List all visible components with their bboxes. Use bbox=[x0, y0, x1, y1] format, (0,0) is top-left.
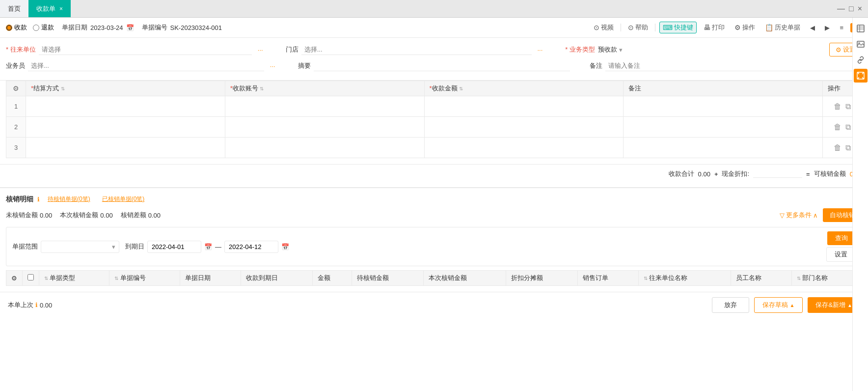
tab-home[interactable]: 首页 bbox=[0, 0, 28, 17]
nav-next-icon: ▶ bbox=[825, 24, 830, 31]
account-input-2[interactable] bbox=[230, 123, 419, 131]
row-3-settlement[interactable] bbox=[26, 138, 225, 158]
amount-input-2[interactable] bbox=[430, 123, 619, 131]
layout-btn[interactable]: ≡ bbox=[837, 23, 846, 32]
row-2-account[interactable] bbox=[225, 117, 424, 138]
summary-field: 摘要 bbox=[298, 60, 570, 71]
nav-next-btn[interactable]: ▶ bbox=[822, 23, 833, 32]
settlement-input-2[interactable] bbox=[31, 123, 220, 131]
filter-buttons: 查询 设置 bbox=[826, 231, 856, 262]
help-btn[interactable]: ⊙ 帮助 bbox=[625, 22, 651, 33]
sort-counterpart[interactable]: ⇅ bbox=[644, 276, 648, 281]
store-more-icon[interactable]: ··· bbox=[535, 46, 546, 54]
delete-icon-2[interactable]: 🗑 bbox=[834, 123, 841, 132]
copy-icon-2[interactable]: ⧉ bbox=[845, 123, 851, 132]
sort-icon[interactable]: ⇅ bbox=[61, 86, 65, 91]
sort-doc-type[interactable]: ⇅ bbox=[44, 276, 48, 281]
row-3-account[interactable] bbox=[225, 138, 424, 158]
account-input-1[interactable] bbox=[230, 103, 419, 110]
history-btn[interactable]: 📋 历史单据 bbox=[762, 22, 803, 33]
tab-receipt[interactable]: 收款单 × bbox=[28, 0, 71, 17]
calendar-to-icon[interactable]: 📅 bbox=[281, 243, 289, 251]
sort-dept[interactable]: ⇅ bbox=[797, 276, 801, 281]
more-conditions-btn[interactable]: ▽ 更多条件 ∧ bbox=[780, 211, 818, 220]
main-content: 收款 退款 单据日期 2023-03-24 📅 单据编号 SK-20230324… bbox=[0, 18, 868, 391]
th-gear[interactable]: ⚙ bbox=[6, 81, 26, 96]
save-new-arrow: ▲ bbox=[847, 303, 852, 308]
store-input[interactable] bbox=[301, 44, 532, 55]
date-to-input[interactable] bbox=[224, 241, 278, 253]
shortcut-btn[interactable]: ⌨ 快捷键 bbox=[659, 22, 697, 33]
chevron-down-icon[interactable]: ▾ bbox=[619, 46, 623, 54]
remarks-input-1[interactable] bbox=[628, 103, 817, 110]
delete-icon-1[interactable]: 🗑 bbox=[834, 102, 841, 111]
discount-input[interactable] bbox=[753, 170, 802, 178]
verify-info-icon[interactable]: ℹ bbox=[37, 196, 40, 203]
pending-tab[interactable]: 待核销单据(0笔) bbox=[44, 194, 94, 204]
print-btn[interactable]: 🖶 打印 bbox=[701, 22, 728, 33]
delete-icon-3[interactable]: 🗑 bbox=[834, 143, 841, 152]
calendar-from-icon[interactable]: 📅 bbox=[204, 243, 212, 251]
tab-close-icon[interactable]: × bbox=[59, 5, 63, 12]
sidebar-image-icon[interactable] bbox=[854, 37, 868, 51]
settlement-input-1[interactable] bbox=[31, 103, 220, 110]
video-btn[interactable]: ⊙ 视频 bbox=[591, 22, 617, 33]
uncancelled-value: 0.00 bbox=[40, 212, 52, 219]
maximize-icon[interactable]: □ bbox=[849, 4, 854, 13]
row-1-settlement[interactable] bbox=[26, 96, 225, 117]
refund-radio[interactable]: 退款 bbox=[33, 23, 54, 32]
row-num-3: 3 bbox=[6, 138, 26, 158]
receipt-radio[interactable]: 收款 bbox=[6, 23, 27, 32]
copy-icon-1[interactable]: ⧉ bbox=[845, 102, 851, 111]
sidebar-table-icon[interactable] bbox=[854, 22, 868, 35]
nav-prev-btn[interactable]: ◀ bbox=[807, 23, 818, 32]
sort-icon-2[interactable]: ⇅ bbox=[260, 86, 264, 91]
per-unit-info-icon[interactable]: ℹ bbox=[35, 302, 38, 308]
sidebar-link-icon[interactable] bbox=[854, 53, 868, 67]
row-1-amount[interactable] bbox=[424, 96, 624, 117]
filter-settings-button[interactable]: 设置 bbox=[826, 247, 856, 262]
row-2-remarks[interactable] bbox=[624, 117, 823, 138]
date-from-input[interactable] bbox=[147, 241, 201, 253]
sort-doc-num[interactable]: ⇅ bbox=[114, 276, 118, 281]
equals-sign: = bbox=[806, 170, 810, 178]
sales-rep-input[interactable] bbox=[28, 60, 264, 71]
counterpart-input[interactable] bbox=[39, 44, 252, 55]
query-button[interactable]: 查询 bbox=[827, 231, 856, 245]
history-label: 历史单据 bbox=[775, 23, 800, 32]
range-field: 单据范围 bbox=[12, 241, 119, 253]
counterpart-more-icon[interactable]: ··· bbox=[255, 46, 266, 54]
sort-icon-3[interactable]: ⇅ bbox=[459, 86, 463, 91]
row-1-remarks[interactable] bbox=[624, 96, 823, 117]
filter-row: 单据范围 到期日 📅 — 📅 查询 设置 bbox=[6, 227, 862, 266]
sidebar-expand-icon[interactable] bbox=[854, 69, 868, 83]
account-input-3[interactable] bbox=[230, 144, 419, 151]
row-2-settlement[interactable] bbox=[26, 117, 225, 138]
remarks-input[interactable] bbox=[605, 60, 862, 71]
settlement-input-3[interactable] bbox=[31, 144, 220, 151]
th-gear-bottom[interactable]: ⚙ bbox=[6, 271, 23, 286]
select-all-checkbox[interactable] bbox=[27, 274, 34, 280]
th-doc-date: 单据日期 bbox=[180, 271, 241, 286]
row-2-amount[interactable] bbox=[424, 117, 624, 138]
operation-btn[interactable]: ⚙ 操作 bbox=[732, 22, 758, 33]
calendar-icon[interactable]: 📅 bbox=[126, 24, 134, 31]
completed-tab[interactable]: 已核销单据(0笔) bbox=[98, 194, 149, 204]
sales-rep-more-icon[interactable]: ··· bbox=[267, 62, 278, 70]
amount-input-1[interactable] bbox=[430, 103, 619, 110]
abandon-button[interactable]: 放弃 bbox=[712, 297, 749, 313]
row-3-amount[interactable] bbox=[424, 138, 624, 158]
range-select[interactable] bbox=[41, 241, 119, 253]
summary-input[interactable] bbox=[314, 60, 570, 71]
filter-icon: ▽ bbox=[780, 212, 785, 219]
row-3-remarks[interactable] bbox=[624, 138, 823, 158]
minimize-icon[interactable]: — bbox=[837, 4, 845, 13]
remarks-input-3[interactable] bbox=[628, 144, 817, 151]
footer-actions: 放弃 保存草稿 ▲ 保存&新增 ▲ bbox=[712, 297, 860, 313]
amount-input-3[interactable] bbox=[430, 144, 619, 151]
close-icon[interactable]: × bbox=[858, 4, 862, 13]
save-draft-button[interactable]: 保存草稿 ▲ bbox=[754, 297, 803, 313]
row-1-account[interactable] bbox=[225, 96, 424, 117]
copy-icon-3[interactable]: ⧉ bbox=[845, 143, 851, 152]
remarks-input-2[interactable] bbox=[628, 123, 817, 131]
